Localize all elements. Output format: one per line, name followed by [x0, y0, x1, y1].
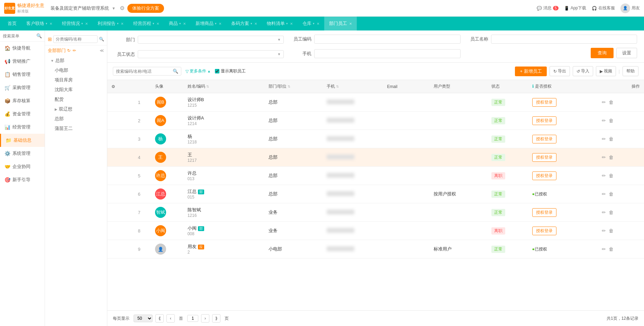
tab-barcode-close[interactable]: ✕ — [254, 22, 257, 26]
view-button[interactable]: ▶ 视频 — [596, 66, 616, 76]
edit-action-icon[interactable]: ✏ — [602, 118, 606, 123]
set-button[interactable]: 设置 — [616, 48, 637, 58]
tab-finance-situation[interactable]: 经营情况 ▾ ✕ — [57, 17, 93, 30]
tab-profit[interactable]: 利润报告 ▾ ✕ — [93, 17, 128, 30]
last-page-btn[interactable]: ⟫ — [212, 314, 220, 323]
messages-action[interactable]: 💬 消息 5 — [537, 5, 559, 11]
sidebar-item-system[interactable]: ⚙️ 系统管理 — [0, 147, 45, 160]
delete-action-icon[interactable]: 🗑 — [609, 228, 614, 234]
delete-action-icon[interactable]: 🗑 — [609, 210, 614, 215]
refresh-icon[interactable]: ↻ — [67, 48, 71, 53]
tab-warehouse-close[interactable]: ✕ — [317, 22, 319, 26]
edit-action-icon[interactable]: ✏ — [602, 210, 606, 215]
auth-button[interactable]: 授权登录 — [532, 98, 556, 107]
edit-action-icon[interactable]: ✏ — [602, 136, 606, 142]
status-filter-select[interactable]: ▼ — [138, 50, 284, 58]
dept-item-zongbu2[interactable]: 总部 — [45, 114, 107, 124]
th-phone[interactable]: 手机 ⇅ — [323, 80, 383, 93]
name-filter-input[interactable] — [491, 35, 637, 44]
delete-action-icon[interactable]: 🗑 — [609, 136, 614, 142]
th-settings[interactable]: ⚙ — [107, 80, 128, 93]
sidebar-item-purchase[interactable]: 🛒 采购管理 — [0, 81, 45, 94]
dept-item-xiangmu[interactable]: 项目库房 — [45, 75, 107, 85]
tab-barcode[interactable]: 条码方案 ▾ ✕ — [226, 17, 262, 30]
delete-action-icon[interactable]: 🗑 — [609, 246, 614, 252]
sidebar-search-input[interactable] — [3, 34, 35, 38]
add-employee-button[interactable]: + 新增员工 — [515, 67, 546, 76]
edit-action-icon[interactable]: ✏ — [602, 246, 606, 252]
user-action[interactable]: 👤 用友 — [620, 3, 640, 13]
edit-action-icon[interactable]: ✏ — [602, 191, 606, 197]
dept-filter-select[interactable]: ▼ — [138, 36, 284, 44]
tab-newgoods[interactable]: 新增商品 ▾ ✕ — [191, 17, 226, 30]
delete-action-icon[interactable]: 🗑 — [609, 155, 614, 160]
delete-action-icon[interactable]: 🗑 — [609, 191, 614, 197]
th-dept[interactable]: 部门/职位 ⇅ — [264, 80, 323, 93]
app-download-action[interactable]: 📱 App下载 — [564, 5, 586, 11]
tab-staff-close[interactable]: ✕ — [349, 22, 352, 26]
code-filter-input[interactable] — [314, 35, 460, 44]
dept-item-xiaodiandept[interactable]: 小电部 — [45, 65, 107, 75]
export-button[interactable]: ↻ 导出 — [550, 66, 570, 76]
auth-button[interactable]: 授权登录 — [532, 208, 556, 217]
tab-warehouse[interactable]: 仓库 ▾ ✕ — [298, 17, 324, 30]
edit-action-icon[interactable]: ✏ — [602, 155, 606, 160]
tab-history[interactable]: 经营历程 ▾ ✕ — [128, 17, 164, 30]
sidebar-item-enterprise[interactable]: 🤝 企业协同 — [0, 160, 45, 173]
edit-icon[interactable]: ✏ — [73, 48, 76, 53]
show-former-input[interactable] — [215, 69, 219, 73]
sidebar-item-marketing[interactable]: 📢 营销推广 — [0, 55, 45, 68]
tab-newgoods-close[interactable]: ✕ — [219, 22, 221, 26]
more-conditions[interactable]: ▽ 更多条件 ▲ — [185, 68, 211, 74]
delete-action-icon[interactable]: 🗑 — [609, 118, 614, 123]
tab-finance-close[interactable]: ✕ — [85, 22, 88, 26]
sidebar-item-quick-nav[interactable]: 🏠 快捷导航 — [0, 42, 45, 55]
collapse-icon[interactable]: ≪ — [100, 48, 104, 53]
per-page-select[interactable]: 50 20 100 — [134, 315, 153, 322]
next-page-btn[interactable]: › — [201, 314, 209, 323]
show-former-checkbox[interactable]: 显示离职员工 — [215, 68, 246, 74]
tab-profit-close[interactable]: ✕ — [121, 22, 124, 26]
delete-action-icon[interactable]: 🗑 — [609, 99, 614, 105]
online-service-action[interactable]: 🎧 在线客服 — [592, 5, 615, 11]
sidebar-item-inventory[interactable]: 📦 库存核算 — [0, 94, 45, 107]
prev-page-btn[interactable]: ‹ — [166, 314, 175, 323]
tab-home[interactable]: 首页 — [3, 17, 21, 30]
experience-button[interactable]: 体验行业方案 — [127, 4, 164, 13]
search-input[interactable] — [116, 69, 171, 74]
first-page-btn[interactable]: ⟪ — [155, 314, 164, 323]
search-icon[interactable]: 🔍 — [173, 69, 178, 74]
sidebar-item-guide[interactable]: 🎯 新手引导 — [0, 173, 45, 186]
search-button[interactable]: 查询 — [591, 48, 614, 58]
tab-goods-close[interactable]: ✕ — [183, 22, 186, 26]
edit-action-icon[interactable]: ✏ — [602, 99, 606, 105]
sidebar-item-basic[interactable]: 📁 基础信息 — [0, 134, 45, 147]
sidebar-item-operation[interactable]: 📊 经营管理 — [0, 121, 45, 134]
edit-action-icon[interactable]: ✏ — [602, 173, 606, 178]
tab-goods[interactable]: 商品 ▾ ✕ — [164, 17, 191, 30]
dropdown-arrow[interactable]: ▼ — [112, 6, 116, 10]
dept-search-icon[interactable]: 🔍 — [99, 37, 104, 42]
dept-search-input[interactable] — [53, 35, 98, 43]
sidebar-item-sales[interactable]: 📋 销售管理 — [0, 68, 45, 81]
auth-button[interactable]: 授权登录 — [532, 135, 556, 143]
dept-item-shuangliao[interactable]: ▶ 双辽想 — [45, 104, 107, 114]
auth-button[interactable]: 授权登录 — [532, 171, 556, 180]
auth-button[interactable]: 授权登录 — [532, 116, 556, 125]
auth-button[interactable]: 授权登录 — [532, 153, 556, 162]
edit-action-icon[interactable]: ✏ — [602, 228, 606, 234]
dept-item-zongshu[interactable]: ▼ 总部 — [45, 56, 107, 65]
help-button[interactable]: 帮助 — [623, 66, 638, 76]
dept-item-pumiaowang[interactable]: 蒲苗王二 — [45, 124, 107, 133]
tab-materials[interactable]: 物料清单 ▾ ✕ — [262, 17, 298, 30]
auth-button[interactable]: 授权登录 — [532, 227, 556, 235]
th-name[interactable]: 姓名/编码 ⇅ — [183, 80, 265, 93]
settings-icon[interactable]: ⚙ — [120, 5, 125, 11]
tab-history-close[interactable]: ✕ — [156, 22, 159, 26]
tab-staff[interactable]: 部门员工 ✕ — [324, 17, 357, 30]
sidebar-item-finance[interactable]: 💰 资金管理 — [0, 107, 45, 121]
phone-filter-input[interactable] — [314, 49, 460, 58]
dept-header[interactable]: 全部部门 ↻ ✏ ≪ — [45, 45, 107, 56]
tab-materials-close[interactable]: ✕ — [290, 22, 293, 26]
tab-customer[interactable]: 客户联络 ▾ ✕ — [21, 17, 57, 30]
